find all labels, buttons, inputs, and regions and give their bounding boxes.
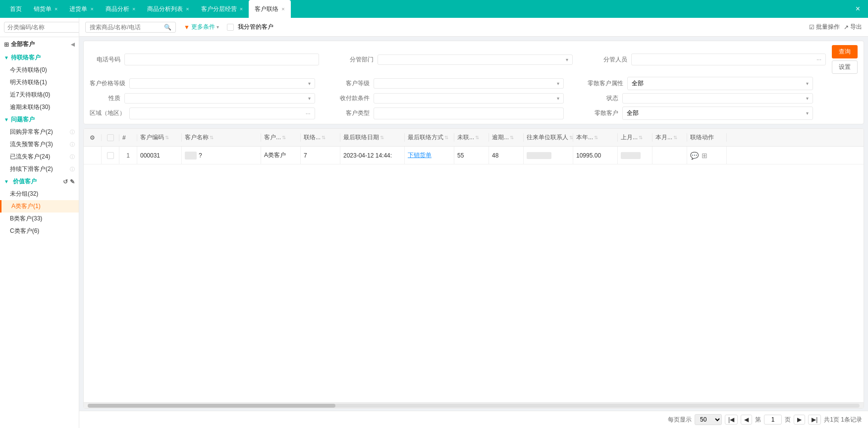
th-type[interactable]: 客户... ⇅ xyxy=(261,133,301,142)
nav-customer-segment[interactable]: 客户分层经营 × xyxy=(195,0,249,18)
scrollbar-track xyxy=(88,404,860,408)
sidebar-group-value[interactable]: ▼ 价值客户 ↺ ✎ xyxy=(0,175,79,188)
th-lastway[interactable]: 最后联络方式 ⇅ xyxy=(405,133,454,142)
refresh-icon[interactable]: ↺ xyxy=(63,178,68,185)
th-unit[interactable]: 往来单位联系人 ⇅ xyxy=(524,133,573,142)
batch-operation-button[interactable]: ☑ 批量操作 xyxy=(809,23,840,31)
sidebar-item-a-class[interactable]: A类客户(1) xyxy=(0,200,79,213)
close-sales-icon[interactable]: × xyxy=(54,6,57,12)
my-customer-checkbox[interactable]: 我分管的客户 xyxy=(227,23,273,31)
th-code[interactable]: 客户编码 ⇅ xyxy=(137,133,182,142)
search-icon[interactable]: 🔍 xyxy=(164,24,171,31)
my-customer-check[interactable] xyxy=(227,24,234,31)
sidebar-item-b-class[interactable]: B类客户(33) xyxy=(0,213,79,225)
status-select[interactable]: ▾ xyxy=(622,93,813,104)
sidebar-item-declining[interactable]: 持续下滑客户(2) ⓘ xyxy=(0,163,79,175)
filter-retail-attr: 零散客户属性 全部 ▾ xyxy=(588,77,813,90)
retail-customer-select[interactable]: 全部 ▾ xyxy=(622,107,813,120)
sidebar-item-today[interactable]: 今天待联络(0) xyxy=(0,64,79,76)
th-thismonth[interactable]: 本月... ⇅ xyxy=(652,133,687,142)
retail-attr-select[interactable]: 全部 ▾ xyxy=(627,77,813,90)
th-nocontact[interactable]: 未联... ⇅ xyxy=(454,133,489,142)
edit-icon[interactable]: ✎ xyxy=(70,178,75,185)
region-select[interactable]: ··· xyxy=(129,107,315,119)
close-contact-icon[interactable]: × xyxy=(281,6,284,12)
table-body: 1 000031 ? A类客户 7 2023-04-12 14:44: 下销货单… xyxy=(84,147,864,402)
sidebar-item-churn-warning[interactable]: 流失预警客户(3) ⓘ xyxy=(0,138,79,151)
nav-sales[interactable]: 销货单 × xyxy=(28,0,63,18)
th-lastmonth[interactable]: 上月... ⇅ xyxy=(618,133,652,142)
close-product-list-icon[interactable]: × xyxy=(186,6,189,12)
main-search-input[interactable] xyxy=(90,24,164,31)
page-number-input[interactable] xyxy=(764,415,782,425)
filter-row-1: 电话号码 分管部门 ▾ 分管人员 ··· xyxy=(90,45,858,74)
next-page-button[interactable]: ▶ xyxy=(794,415,805,425)
price-level-select[interactable]: ▾ xyxy=(129,78,315,89)
sidebar-group-problem[interactable]: ▼ 问题客户 xyxy=(0,113,79,126)
payment-arrow-icon: ▾ xyxy=(557,96,559,101)
close-product-analysis-icon[interactable]: × xyxy=(132,6,135,12)
lastway-link[interactable]: 下销货单 xyxy=(408,151,432,160)
sort-type-icon: ⇅ xyxy=(282,135,286,140)
td-thismonth xyxy=(652,147,687,164)
th-contact[interactable]: 联络... ⇅ xyxy=(301,133,340,142)
query-button[interactable]: 查询 xyxy=(832,45,858,58)
th-checkbox[interactable] xyxy=(102,134,119,141)
top-navigation: 首页 销货单 × 进货单 × 商品分析 × 商品分析列表 × 客户分层经营 × … xyxy=(0,0,868,18)
phone-input[interactable] xyxy=(124,54,319,65)
window-close-button[interactable]: × xyxy=(852,4,864,13)
header-checkbox[interactable] xyxy=(107,134,114,141)
sidebar-search-input[interactable] xyxy=(4,22,79,33)
sidebar-all-customers[interactable]: ⊞ 全部客户 ◀ xyxy=(0,37,79,52)
page-size-select[interactable]: 50 100 xyxy=(695,414,722,425)
scrollbar-thumb[interactable] xyxy=(88,404,335,408)
nav-customer-contact[interactable]: 客户联络 × xyxy=(249,0,290,18)
region-dots-icon: ··· xyxy=(306,110,311,117)
export-button[interactable]: ↗ 导出 xyxy=(844,23,862,31)
nav-home[interactable]: 首页 xyxy=(4,0,28,18)
td-checkbox[interactable] xyxy=(102,147,119,164)
nature-select[interactable]: ▾ xyxy=(124,93,315,104)
nav-purchase[interactable]: 进货单 × xyxy=(63,0,99,18)
person-select[interactable]: ··· xyxy=(631,54,826,65)
more-filter-button[interactable]: ▼ 更多条件 ▾ xyxy=(180,21,223,33)
horizontal-scrollbar[interactable] xyxy=(84,402,864,408)
th-lastdate[interactable]: 最后联络日期 ⇅ xyxy=(340,133,405,142)
sidebar-item-c-class[interactable]: C类客户(6) xyxy=(0,225,79,237)
customer-level-select[interactable]: ▾ xyxy=(374,78,564,89)
nav-product-analysis-list[interactable]: 商品分析列表 × xyxy=(141,0,195,18)
unit-placeholder xyxy=(527,152,551,159)
sidebar-item-overdue-contact[interactable]: 逾期未联络(30) xyxy=(0,101,79,113)
last-page-button[interactable]: ▶| xyxy=(808,415,821,425)
main-layout: 🔍 ⊞ 全部客户 ◀ ▼ 待联络客户 今天待联络(0) 明天待联络(1) 近7天… xyxy=(0,18,868,428)
sidebar-item-7days[interactable]: 近7天待联络(0) xyxy=(0,89,79,101)
check-square-icon: ☑ xyxy=(809,24,814,31)
close-segment-icon[interactable]: × xyxy=(240,6,243,12)
row-checkbox[interactable] xyxy=(107,152,114,159)
td-contact: 7 xyxy=(301,147,340,164)
message-icon[interactable]: 💬 xyxy=(690,152,699,160)
qrcode-icon[interactable]: ⊞ xyxy=(702,152,707,160)
sort-lastmonth-icon: ⇅ xyxy=(639,135,643,140)
first-page-button[interactable]: |◀ xyxy=(725,415,738,425)
sidebar-item-churned[interactable]: 已流失客户(24) ⓘ xyxy=(0,151,79,163)
sidebar-item-abnormal[interactable]: 回购异常客户(2) ⓘ xyxy=(0,126,79,138)
nav-product-analysis[interactable]: 商品分析 × xyxy=(100,0,141,18)
settings-button[interactable]: 设置 xyxy=(832,60,858,74)
td-num: 1 xyxy=(119,147,137,164)
th-overdue[interactable]: 逾期... ⇅ xyxy=(489,133,524,142)
nature-arrow-icon: ▾ xyxy=(308,96,311,101)
sidebar-item-tomorrow[interactable]: 明天待联络(1) xyxy=(0,76,79,89)
th-settings[interactable]: ⚙ xyxy=(84,134,102,141)
dept-select[interactable]: ▾ xyxy=(378,54,572,65)
close-purchase-icon[interactable]: × xyxy=(90,6,93,12)
th-num: # xyxy=(119,134,137,141)
payment-select[interactable]: ▾ xyxy=(374,93,564,104)
th-thisyear[interactable]: 本年... ⇅ xyxy=(573,133,618,142)
sort-name-icon: ⇅ xyxy=(210,135,214,140)
customer-type-input[interactable] xyxy=(374,107,564,119)
th-name[interactable]: 客户名称 ⇅ xyxy=(182,133,261,142)
prev-page-button[interactable]: ◀ xyxy=(741,415,752,425)
sidebar-group-pending[interactable]: ▼ 待联络客户 xyxy=(0,52,79,64)
sidebar-item-unclassified[interactable]: 未分组(32) xyxy=(0,188,79,200)
